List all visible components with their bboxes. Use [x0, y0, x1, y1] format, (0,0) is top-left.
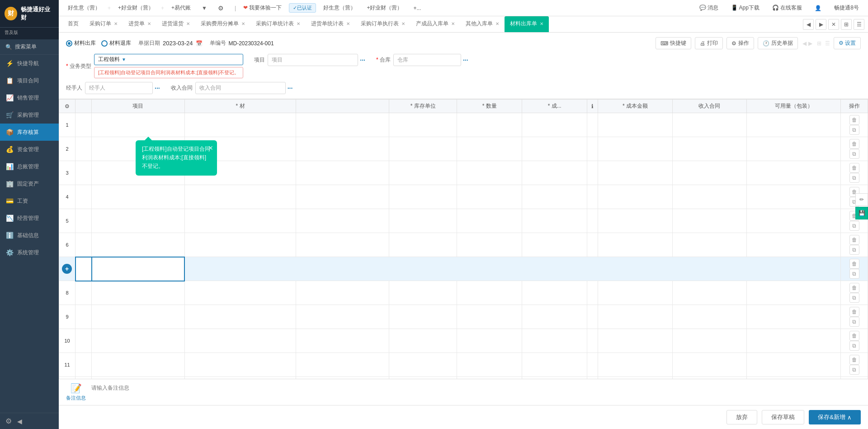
warehouse-ellipsis-btn[interactable]: ···: [463, 57, 468, 64]
tab-close-purchase-stats[interactable]: ✕: [297, 21, 300, 26]
tab-inbound-return[interactable]: 进货退货 ✕: [156, 16, 195, 33]
delete-btn[interactable]: 🗑: [849, 139, 859, 149]
sidebar-item-finance[interactable]: 💰 资金管理: [0, 141, 59, 158]
cell-material[interactable]: [92, 113, 185, 137]
sidebar-item-fixed-assets[interactable]: 🏢 固定资产: [0, 175, 59, 192]
copy-btn[interactable]: ⧉: [849, 125, 859, 135]
sidebar-item-project-contract[interactable]: 📋 项目合同: [0, 72, 59, 89]
sidebar-search[interactable]: 🔍 搜索菜单: [0, 39, 59, 55]
tab-close-inbound-stats[interactable]: ✕: [346, 21, 350, 26]
tab-close-purchase-order[interactable]: ✕: [114, 21, 118, 26]
tab-close-purchase-order-exec[interactable]: ✕: [401, 21, 405, 26]
topbar-try[interactable]: ❤ 我要体验一下: [240, 2, 285, 14]
copy-btn[interactable]: ⧉: [849, 341, 859, 351]
project-ellipsis-btn[interactable]: ···: [360, 57, 365, 64]
topbar-good-biz2[interactable]: 好生意（营）: [320, 2, 359, 14]
handler-ellipsis-btn[interactable]: ···: [155, 85, 160, 92]
tab-purchase-stats[interactable]: 采购订单统计表 ✕: [250, 16, 306, 33]
user-name[interactable]: 畅捷通8号: [830, 2, 863, 14]
sidebar-item-system-mgmt[interactable]: ⚙️ 系统管理: [0, 244, 59, 261]
tab-close-all-btn[interactable]: ✕: [828, 19, 839, 30]
topbar-more[interactable]: +...: [410, 3, 425, 13]
sidebar-item-accounting[interactable]: 📊 总账管理: [0, 158, 59, 175]
delete-btn[interactable]: 🗑: [849, 115, 859, 125]
tab-finished-inbound[interactable]: 产成品入库单 ✕: [410, 16, 460, 33]
tab-inbound-stats[interactable]: 进货单统计表 ✕: [306, 16, 355, 33]
user-avatar[interactable]: 👤: [811, 3, 825, 13]
topbar-easy-account[interactable]: +易代账: [168, 2, 194, 14]
tab-close-purchase-expense[interactable]: ✕: [241, 21, 245, 26]
delete-btn[interactable]: 🗑: [849, 331, 859, 341]
tab-home[interactable]: 首页: [62, 16, 84, 33]
right-save-btn[interactable]: 💾: [855, 207, 868, 219]
delete-btn[interactable]: 🗑: [849, 307, 859, 317]
topbar-dropdown[interactable]: ▼: [198, 3, 211, 13]
copy-btn[interactable]: ⧉: [849, 293, 859, 303]
topbar-good-finance[interactable]: +好业财（营）: [114, 2, 157, 14]
tab-purchase-order-exec[interactable]: 采购订单执行表 ✕: [355, 16, 410, 33]
tab-close-inbound[interactable]: ✕: [147, 21, 151, 26]
copy-btn[interactable]: ⧉: [849, 317, 859, 327]
delete-btn[interactable]: 🗑: [849, 355, 859, 365]
copy-btn[interactable]: ⧉: [849, 149, 859, 159]
tab-grid-btn[interactable]: ⊞: [841, 19, 852, 30]
app-download-btn[interactable]: 📱 App下载: [727, 2, 763, 14]
topbar-settings[interactable]: ⚙: [214, 3, 227, 14]
tab-inbound[interactable]: 进货单 ✕: [123, 16, 156, 33]
tab-prev-btn[interactable]: ◀: [803, 19, 814, 30]
tab-next-btn[interactable]: ▶: [816, 19, 826, 30]
tab-list-btn[interactable]: ☰: [854, 19, 864, 30]
tab-purchase-order[interactable]: 采购订单 ✕: [84, 16, 123, 33]
tab-close-other-inbound[interactable]: ✕: [495, 21, 499, 26]
sidebar-item-payroll[interactable]: 💳 工资: [0, 192, 59, 210]
copy-btn[interactable]: ⧉: [849, 269, 859, 279]
message-btn[interactable]: 💬 消息: [696, 2, 722, 14]
collapse-btn[interactable]: ◀: [17, 418, 22, 425]
radio-outbound[interactable]: 材料出库: [66, 39, 96, 47]
copy-btn[interactable]: ⧉: [849, 221, 859, 231]
save-new-btn[interactable]: 保存&新增 ∧: [809, 410, 861, 424]
calendar-icon[interactable]: 📅: [196, 40, 203, 47]
topbar-good-finance2[interactable]: +好业财（营）: [363, 2, 406, 14]
right-edit-btn[interactable]: ✏: [855, 193, 868, 206]
tab-purchase-expense[interactable]: 采购费用分摊单 ✕: [195, 16, 250, 33]
topbar-good-biz[interactable]: 好生意（营）: [64, 2, 104, 14]
tab-close-material-outbound[interactable]: ✕: [540, 21, 543, 26]
handler-input[interactable]: 经手人: [85, 82, 153, 94]
delete-btn[interactable]: 🗑: [849, 283, 859, 293]
tab-material-outbound[interactable]: 材料出库单 ✕: [505, 16, 549, 33]
quick-key-btn[interactable]: ⌨ 快捷键: [656, 37, 691, 49]
project-input[interactable]: 项目: [268, 54, 358, 66]
sidebar-item-ops-mgmt[interactable]: 📉 经营管理: [0, 210, 59, 227]
notes-input[interactable]: [91, 383, 861, 393]
history-btn[interactable]: 🕐 历史单据: [758, 37, 798, 49]
tab-close-inbound-return[interactable]: ✕: [186, 21, 190, 26]
delete-btn[interactable]: 🗑: [849, 163, 859, 173]
operation-btn[interactable]: ⚙ 操作: [726, 37, 754, 49]
add-row-btn[interactable]: +: [62, 264, 72, 274]
certified-badge[interactable]: ✓已认证: [289, 3, 316, 13]
delete-btn[interactable]: 🗑: [849, 259, 859, 269]
revenue-contract-input[interactable]: 收入合同: [195, 82, 286, 94]
copy-btn[interactable]: ⧉: [849, 365, 859, 375]
sidebar-item-purchase-mgmt[interactable]: 🛒 采购管理: [0, 106, 59, 124]
tooltip-close-btn[interactable]: ✕: [208, 143, 213, 153]
sidebar-item-quick-nav[interactable]: ⚡ 快捷导航: [0, 55, 59, 72]
settings-btn[interactable]: ⚙ 设置: [834, 37, 861, 49]
sidebar-item-inventory[interactable]: 📦 库存核算: [0, 124, 59, 141]
cell-project[interactable]: [75, 113, 92, 137]
sidebar-item-basic-info[interactable]: ℹ️ 基础信息: [0, 227, 59, 244]
th-settings[interactable]: ⚙: [59, 100, 75, 113]
radio-return[interactable]: 材料退库: [101, 39, 131, 47]
settings-btn[interactable]: ⚙: [5, 417, 12, 425]
sidebar-item-sales-mgmt[interactable]: 📈 销售管理: [0, 89, 59, 106]
tab-close-finished-inbound[interactable]: ✕: [451, 21, 455, 26]
copy-btn[interactable]: ⧉: [849, 245, 859, 255]
tab-other-inbound[interactable]: 其他入库单 ✕: [460, 16, 505, 33]
save-draft-btn[interactable]: 保存草稿: [762, 410, 804, 424]
copy-btn[interactable]: ⧉: [849, 173, 859, 183]
print-btn[interactable]: 🖨 打印: [695, 37, 723, 49]
business-type-input[interactable]: 工程领料 ▼: [94, 54, 243, 65]
warehouse-input[interactable]: 仓库: [393, 54, 461, 66]
online-service-btn[interactable]: 🎧 在线客服: [769, 2, 806, 14]
